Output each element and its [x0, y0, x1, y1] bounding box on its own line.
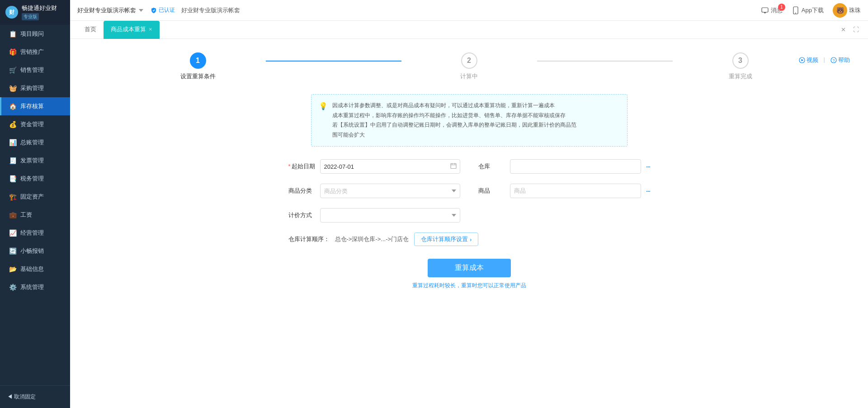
warehouse-order-settings-button[interactable]: 仓库计算顺序设置 ›: [414, 232, 478, 246]
tab-cost-recalc[interactable]: 商品成本重算 ×: [104, 21, 160, 39]
form-section: *起始日期 仓库 ··· 商: [288, 159, 650, 289]
warehouse-order-row: 仓库计算顺序： 总仓->深圳仓库->...->门店仓 仓库计算顺序设置 ›: [288, 232, 650, 246]
price-method-select[interactable]: [320, 208, 460, 223]
sidebar-item-sales[interactable]: 🛒 销售管理: [0, 61, 70, 79]
sidebar-item-finance[interactable]: 💰 资金管理: [0, 115, 70, 133]
logo-icon: 财: [5, 6, 18, 19]
product-input[interactable]: 商品: [510, 184, 642, 198]
message-button[interactable]: 消息 1: [761, 6, 783, 14]
tax-icon: 📑: [9, 175, 17, 183]
recalc-button[interactable]: 重算成本: [428, 259, 511, 277]
category-group: 商品分类 商品分类: [288, 184, 460, 198]
recalc-section: 重算成本 重算过程耗时较长，重算时您可以正常使用产品: [288, 259, 650, 289]
sidebar: 财 畅捷通好业财 专业版 📋 项目顾问 🎁 营销推广 🛒 销售管理 🧺 采购管理…: [0, 0, 70, 408]
topbar-actions: 消息 1 App下载 🐻 珠珠: [761, 3, 861, 18]
svg-text:?: ?: [832, 58, 835, 63]
page-content: 1 设置重算条件 2 计算中 3 重算完成 视频: [70, 39, 868, 408]
help-link[interactable]: ? 帮助: [830, 56, 850, 64]
step-line-2: [537, 61, 673, 62]
assets-icon: 🏗️: [9, 193, 17, 201]
sidebar-item-system[interactable]: ⚙️ 系统管理: [0, 278, 70, 296]
tabbar-right-buttons: ✕ ⛶: [839, 24, 861, 35]
project-icon: 📋: [9, 30, 17, 38]
unpin-button[interactable]: ◀ 取消固定: [0, 389, 70, 404]
user-menu[interactable]: 🐻 珠珠: [833, 3, 861, 18]
step-2-circle: 2: [461, 52, 477, 69]
sidebar-item-label-operation: 经营管理: [20, 229, 44, 237]
sidebar-item-label-finance: 资金管理: [20, 120, 44, 128]
step-3: 3 重算完成: [673, 52, 808, 81]
verified-badge: 已认证: [151, 6, 175, 14]
logo-text: 畅捷通好业财 专业版: [22, 5, 57, 20]
sidebar-item-accounting[interactable]: 📊 总账管理: [0, 133, 70, 152]
sidebar-item-expense[interactable]: 🔄 小畅报销: [0, 242, 70, 260]
sidebar-item-purchase[interactable]: 🧺 采购管理: [0, 79, 70, 97]
tab-close-button[interactable]: ×: [149, 26, 152, 33]
sidebar-item-label-project: 项目顾问: [20, 30, 44, 38]
sales-icon: 🛒: [9, 66, 17, 74]
warehouse-input[interactable]: [510, 159, 642, 174]
sidebar-item-assets[interactable]: 🏗️ 固定资产: [0, 188, 70, 206]
notice-text: 因成本计算参数调整、或是对商品成本有疑问时，可以通过成本重算功能，重新计算一遍成…: [332, 101, 576, 140]
price-method-group: 计价方式: [288, 208, 460, 223]
sidebar-item-label-expense: 小畅报销: [20, 247, 44, 255]
sidebar-item-tax[interactable]: 📑 税务管理: [0, 170, 70, 188]
finance-icon: 💰: [9, 120, 17, 128]
close-panel-button[interactable]: ✕: [839, 24, 848, 35]
step-1: 1 设置重算条件: [130, 52, 266, 81]
steps-help: 视频 | ? 帮助: [799, 56, 850, 64]
product-more-button[interactable]: ···: [646, 186, 650, 196]
basic-icon: 📂: [9, 265, 17, 273]
tabbar: 首页 商品成本重算 × ✕ ⛶: [70, 21, 868, 39]
app-download-button[interactable]: App下载: [792, 6, 824, 14]
salary-icon: 💼: [9, 211, 17, 219]
mobile-icon: [792, 6, 800, 14]
sidebar-item-inventory[interactable]: 🏠 库存核算: [0, 97, 70, 115]
help-icon: ?: [830, 57, 837, 63]
svg-point-2: [795, 13, 796, 14]
sidebar-item-invoice[interactable]: 🧾 发票管理: [0, 152, 70, 170]
sidebar-item-label-assets: 固定资产: [20, 193, 44, 201]
play-icon: [799, 57, 805, 63]
sidebar-item-label-basic: 基础信息: [20, 265, 44, 273]
notice-box: 💡 因成本计算参数调整、或是对商品成本有疑问时，可以通过成本重算功能，重新计算一…: [311, 94, 627, 147]
chevron-right-icon: ›: [470, 236, 472, 243]
tab-home[interactable]: 首页: [77, 21, 104, 39]
inventory-icon: 🏠: [9, 102, 17, 110]
account-selector[interactable]: 好业财专业版演示帐套: [77, 6, 143, 14]
form-row-1: *起始日期 仓库 ···: [288, 159, 650, 174]
price-method-label: 计价方式: [288, 211, 316, 219]
start-date-label: *起始日期: [288, 162, 316, 171]
sidebar-item-marketing[interactable]: 🎁 营销推广: [0, 43, 70, 61]
sidebar-item-operation[interactable]: 📈 经营管理: [0, 224, 70, 242]
product-group: 商品 商品 ···: [478, 184, 650, 198]
sidebar-item-project[interactable]: 📋 项目顾问: [0, 25, 70, 43]
expand-panel-button[interactable]: ⛶: [851, 24, 861, 35]
shield-icon: [151, 7, 157, 14]
dropdown-icon: [139, 9, 143, 12]
video-link[interactable]: 视频: [799, 56, 818, 64]
start-date-input[interactable]: [320, 159, 460, 174]
sidebar-item-salary[interactable]: 💼 工资: [0, 206, 70, 224]
recalc-hint: 重算过程耗时较长，重算时您可以正常使用产品: [288, 282, 650, 289]
sidebar-item-label-tax: 税务管理: [20, 175, 44, 183]
sidebar-item-label-salary: 工资: [20, 211, 32, 219]
svg-rect-6: [451, 164, 456, 169]
notice-icon: 💡: [319, 102, 328, 140]
warehouse-more-button[interactable]: ···: [646, 162, 650, 171]
expense-icon: 🔄: [9, 247, 17, 255]
message-icon: [761, 6, 769, 14]
step-1-circle: 1: [190, 52, 206, 69]
sidebar-item-label-marketing: 营销推广: [20, 48, 44, 56]
avatar: 🐻: [833, 3, 847, 18]
form-row-2: 商品分类 商品分类 商品 商品 ···: [288, 184, 650, 198]
category-select[interactable]: 商品分类: [320, 184, 460, 198]
warehouse-group: 仓库 ···: [478, 159, 650, 174]
calendar-icon[interactable]: [450, 163, 457, 171]
system-icon: ⚙️: [9, 283, 17, 291]
sidebar-item-basic[interactable]: 📂 基础信息: [0, 260, 70, 278]
form-row-3: 计价方式: [288, 208, 650, 223]
invoice-icon: 🧾: [9, 157, 17, 165]
step-2: 2 计算中: [401, 52, 537, 81]
step-2-label: 计算中: [460, 72, 478, 81]
